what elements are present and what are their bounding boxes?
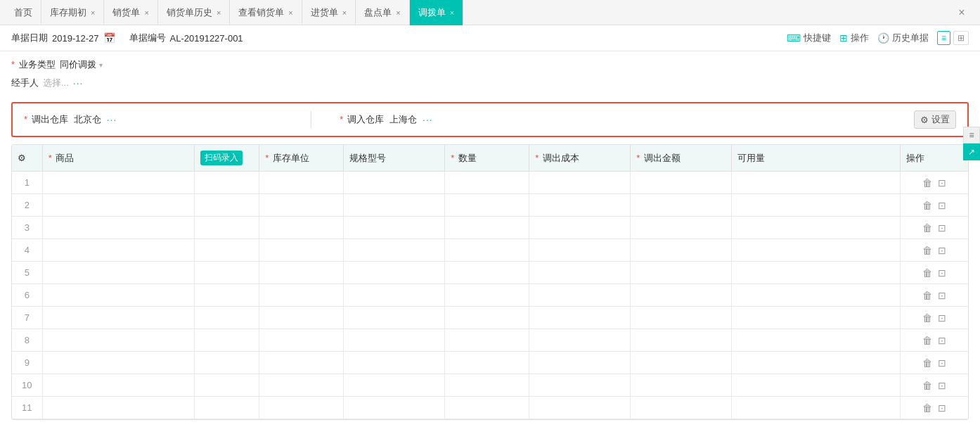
scan-btn[interactable]: 扫码录入 bbox=[200, 151, 243, 165]
tab-close-sales-history[interactable]: × bbox=[217, 8, 221, 17]
row-qty[interactable] bbox=[445, 352, 529, 374]
row-cost[interactable] bbox=[529, 374, 631, 397]
row-product[interactable] bbox=[42, 239, 194, 262]
tab-close-sales-order[interactable]: × bbox=[144, 8, 148, 17]
row-qty[interactable] bbox=[445, 172, 529, 194]
tab-transfer-order[interactable]: 调拨单 × bbox=[410, 0, 463, 25]
copy-icon[interactable]: ⊡ bbox=[936, 221, 948, 235]
row-amount[interactable] bbox=[631, 262, 732, 284]
row-unit[interactable] bbox=[259, 239, 344, 262]
row-qty[interactable] bbox=[445, 217, 529, 239]
delete-icon[interactable]: 🗑 bbox=[921, 198, 934, 212]
row-qty[interactable] bbox=[445, 284, 529, 307]
row-qty[interactable] bbox=[445, 307, 529, 329]
right-panel-export-btn[interactable]: ↗ bbox=[963, 144, 980, 160]
list-view-btn[interactable]: ≡ bbox=[937, 31, 950, 45]
row-qty[interactable] bbox=[445, 329, 529, 352]
copy-icon[interactable]: ⊡ bbox=[936, 243, 948, 257]
handler-more-btn[interactable]: ··· bbox=[73, 77, 84, 89]
calendar-icon[interactable]: 📅 bbox=[103, 32, 115, 44]
copy-icon[interactable]: ⊡ bbox=[936, 356, 948, 370]
row-cost[interactable] bbox=[529, 217, 631, 239]
row-spec[interactable] bbox=[344, 352, 445, 374]
row-unit[interactable] bbox=[259, 307, 344, 329]
copy-icon[interactable]: ⊡ bbox=[936, 378, 948, 393]
row-spec[interactable] bbox=[344, 194, 445, 217]
copy-icon[interactable]: ⊡ bbox=[936, 198, 948, 212]
row-cost[interactable] bbox=[529, 352, 631, 374]
row-amount[interactable] bbox=[631, 352, 732, 374]
th-settings[interactable]: ⚙ bbox=[12, 145, 42, 172]
tab-close-view-sales[interactable]: × bbox=[288, 8, 292, 17]
row-product[interactable] bbox=[42, 329, 194, 352]
row-product[interactable] bbox=[42, 352, 194, 374]
delete-icon[interactable]: 🗑 bbox=[921, 288, 934, 302]
delete-icon[interactable]: 🗑 bbox=[921, 401, 934, 415]
row-qty[interactable] bbox=[445, 397, 529, 419]
row-qty[interactable] bbox=[445, 194, 529, 217]
operations-button[interactable]: ⊞ 操作 bbox=[839, 32, 869, 44]
copy-icon[interactable]: ⊡ bbox=[936, 266, 948, 280]
grid-view-btn[interactable]: ⊞ bbox=[953, 31, 969, 45]
row-spec[interactable] bbox=[344, 374, 445, 397]
row-spec[interactable] bbox=[344, 307, 445, 329]
tab-sales-order[interactable]: 销货单 × bbox=[104, 0, 157, 25]
delete-icon[interactable]: 🗑 bbox=[921, 176, 934, 190]
row-unit[interactable] bbox=[259, 397, 344, 419]
row-spec[interactable] bbox=[344, 329, 445, 352]
row-amount[interactable] bbox=[631, 397, 732, 419]
copy-icon[interactable]: ⊡ bbox=[936, 333, 948, 348]
row-qty[interactable] bbox=[445, 262, 529, 284]
tab-inventory-check[interactable]: 盘点单 × bbox=[356, 0, 409, 25]
row-amount[interactable] bbox=[631, 284, 732, 307]
handler-select[interactable]: 选择... bbox=[43, 77, 69, 89]
tab-close-inventory-init[interactable]: × bbox=[91, 8, 95, 17]
row-amount[interactable] bbox=[631, 374, 732, 397]
row-unit[interactable] bbox=[259, 352, 344, 374]
warehouse-in-more[interactable]: ··· bbox=[423, 114, 433, 125]
row-cost[interactable] bbox=[529, 194, 631, 217]
row-amount[interactable] bbox=[631, 307, 732, 329]
tab-close-purchase-order[interactable]: × bbox=[342, 8, 347, 17]
delete-icon[interactable]: 🗑 bbox=[921, 356, 934, 370]
row-spec[interactable] bbox=[344, 284, 445, 307]
row-amount[interactable] bbox=[631, 217, 732, 239]
tab-inventory-init[interactable]: 库存期初 × bbox=[41, 0, 104, 25]
row-qty[interactable] bbox=[445, 374, 529, 397]
copy-icon[interactable]: ⊡ bbox=[936, 401, 948, 415]
row-qty[interactable] bbox=[445, 239, 529, 262]
row-unit[interactable] bbox=[259, 262, 344, 284]
row-amount[interactable] bbox=[631, 239, 732, 262]
row-amount[interactable] bbox=[631, 329, 732, 352]
row-unit[interactable] bbox=[259, 329, 344, 352]
delete-icon[interactable]: 🗑 bbox=[921, 378, 934, 393]
row-cost[interactable] bbox=[529, 397, 631, 419]
tab-home[interactable]: 首页 bbox=[6, 0, 41, 25]
row-cost[interactable] bbox=[529, 172, 631, 194]
tab-close-inventory-check[interactable]: × bbox=[396, 8, 400, 17]
row-cost[interactable] bbox=[529, 262, 631, 284]
tab-sales-history[interactable]: 销货单历史 × bbox=[158, 0, 230, 25]
row-product[interactable] bbox=[42, 194, 194, 217]
tab-close-transfer-order[interactable]: × bbox=[450, 8, 454, 17]
row-unit[interactable] bbox=[259, 194, 344, 217]
row-spec[interactable] bbox=[344, 239, 445, 262]
table-settings-icon[interactable]: ⚙ bbox=[18, 153, 26, 163]
row-spec[interactable] bbox=[344, 262, 445, 284]
row-product[interactable] bbox=[42, 262, 194, 284]
shortcuts-button[interactable]: ⌨ 快捷键 bbox=[787, 32, 831, 44]
delete-icon[interactable]: 🗑 bbox=[921, 311, 934, 325]
row-cost[interactable] bbox=[529, 329, 631, 352]
row-spec[interactable] bbox=[344, 397, 445, 419]
row-product[interactable] bbox=[42, 397, 194, 419]
row-unit[interactable] bbox=[259, 284, 344, 307]
business-type-select[interactable]: 同价调拨 ▾ bbox=[60, 58, 116, 71]
row-cost[interactable] bbox=[529, 307, 631, 329]
copy-icon[interactable]: ⊡ bbox=[936, 288, 948, 302]
row-spec[interactable] bbox=[344, 217, 445, 239]
delete-icon[interactable]: 🗑 bbox=[921, 243, 934, 257]
row-unit[interactable] bbox=[259, 217, 344, 239]
delete-icon[interactable]: 🗑 bbox=[921, 333, 934, 348]
row-product[interactable] bbox=[42, 172, 194, 194]
delete-icon[interactable]: 🗑 bbox=[921, 266, 934, 280]
